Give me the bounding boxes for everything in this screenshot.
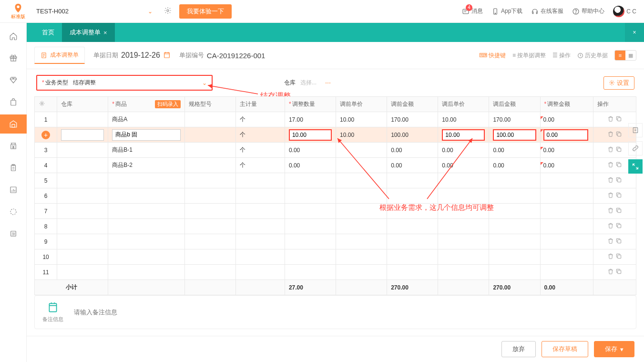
copy-row-icon[interactable] bbox=[615, 132, 622, 139]
calendar-icon[interactable] bbox=[163, 51, 171, 60]
chevron-down-icon: ⌄ bbox=[202, 80, 207, 86]
col-pre-price: 调前单价 bbox=[336, 97, 387, 112]
copy-row-icon[interactable] bbox=[615, 178, 622, 185]
customer-service-button[interactable]: 在线客服 bbox=[531, 7, 563, 15]
delete-row-icon[interactable] bbox=[607, 224, 614, 230]
copy-row-icon[interactable] bbox=[615, 117, 622, 124]
delete-row-icon[interactable] bbox=[607, 178, 614, 185]
copy-row-icon[interactable] bbox=[615, 269, 622, 276]
adj-amt-input[interactable] bbox=[543, 129, 588, 141]
table-row[interactable]: 1商品A个17.0010.00170.0010.00170.000.00 bbox=[35, 112, 636, 127]
nav-report-icon[interactable] bbox=[0, 180, 27, 199]
delete-row-icon[interactable] bbox=[607, 269, 614, 276]
col-settings-icon[interactable] bbox=[35, 97, 57, 112]
svg-point-14 bbox=[10, 209, 16, 215]
tab-home[interactable]: 首页 bbox=[34, 23, 62, 42]
svg-rect-26 bbox=[618, 164, 621, 167]
table-row[interactable]: 6 bbox=[35, 188, 636, 204]
delete-row-icon[interactable] bbox=[607, 239, 614, 246]
svg-rect-24 bbox=[618, 133, 621, 136]
help-center-button[interactable]: 帮助中心 bbox=[572, 7, 604, 15]
rail-link-icon[interactable] bbox=[628, 141, 643, 155]
nav-diamond-icon[interactable] bbox=[0, 71, 27, 90]
copy-row-icon[interactable] bbox=[615, 239, 622, 246]
svg-rect-27 bbox=[618, 179, 621, 182]
tab-close-icon[interactable]: × bbox=[103, 29, 107, 36]
table-row[interactable]: 3商品B-1个0.000.000.000.000.00 bbox=[35, 143, 636, 158]
nav-bag-icon[interactable] bbox=[0, 93, 27, 112]
delete-row-icon[interactable] bbox=[607, 132, 614, 139]
delete-row-icon[interactable] bbox=[607, 193, 614, 200]
rail-expand-icon[interactable] bbox=[628, 159, 643, 174]
app-download-button[interactable]: App下载 bbox=[491, 7, 522, 15]
discard-button[interactable]: 放弃 bbox=[501, 341, 536, 357]
table-row[interactable]: 11 bbox=[35, 265, 636, 280]
product-input[interactable] bbox=[112, 129, 181, 141]
delete-row-icon[interactable] bbox=[607, 208, 614, 215]
nav-gift-icon[interactable] bbox=[0, 49, 27, 68]
messages-button[interactable]: 4 消息 bbox=[462, 7, 483, 15]
warehouse-input[interactable] bbox=[61, 129, 104, 141]
table-row[interactable]: 8 bbox=[35, 219, 636, 234]
svg-rect-32 bbox=[618, 255, 621, 259]
copy-row-icon[interactable] bbox=[615, 224, 622, 230]
col-warehouse: 仓库 bbox=[57, 97, 108, 112]
post-amt-input[interactable] bbox=[493, 129, 536, 141]
nav-clipboard-icon[interactable] bbox=[0, 158, 27, 177]
table-row[interactable]: +个10.00100.00 bbox=[35, 127, 636, 143]
nav-money-icon[interactable] bbox=[0, 136, 27, 155]
add-row-icon[interactable]: + bbox=[41, 131, 50, 139]
table-row[interactable]: 5 bbox=[35, 173, 636, 188]
nav-new-icon[interactable]: 新 bbox=[0, 224, 27, 243]
table-row[interactable]: 4商品B-2个0.000.000.000.000.00 bbox=[35, 158, 636, 173]
left-sidebar: 新 bbox=[0, 23, 27, 362]
delete-row-icon[interactable] bbox=[607, 147, 614, 154]
qty-input[interactable] bbox=[289, 129, 332, 141]
svg-rect-31 bbox=[618, 240, 621, 243]
save-button[interactable]: 保存▾ bbox=[594, 341, 634, 357]
company-select[interactable]: TEST-H002 ⌄ bbox=[32, 6, 156, 17]
user-menu[interactable]: C C bbox=[613, 6, 636, 17]
nav-warehouse-icon[interactable] bbox=[0, 114, 27, 134]
save-draft-button[interactable]: 保存草稿 bbox=[542, 341, 588, 357]
svg-rect-10 bbox=[12, 124, 15, 127]
svg-rect-25 bbox=[618, 148, 621, 152]
copy-row-icon[interactable] bbox=[615, 193, 622, 200]
copy-row-icon[interactable] bbox=[615, 147, 622, 154]
svg-rect-9 bbox=[10, 100, 16, 105]
trial-button[interactable]: 我要体验一下 bbox=[179, 4, 232, 19]
nav-home-icon[interactable] bbox=[0, 27, 27, 46]
warehouse-select[interactable]: 仓库 选择... ⋯ bbox=[284, 79, 332, 87]
delete-row-icon[interactable] bbox=[607, 117, 614, 124]
by-doc-adjust-button[interactable]: ≡按单据调整 bbox=[512, 52, 546, 60]
table-row[interactable]: 9 bbox=[35, 234, 636, 249]
nav-dashed-circle-icon[interactable] bbox=[0, 202, 27, 221]
delete-row-icon[interactable] bbox=[607, 254, 614, 261]
hotkey-button[interactable]: ⌨快捷键 bbox=[479, 52, 506, 60]
svg-rect-33 bbox=[618, 270, 621, 274]
copy-row-icon[interactable] bbox=[615, 208, 622, 215]
doc-ops-button[interactable]: ☰操作 bbox=[552, 52, 571, 60]
table-row[interactable]: 7 bbox=[35, 204, 636, 219]
company-settings-icon[interactable] bbox=[160, 5, 175, 18]
biz-type-select[interactable]: *业务类型 结存调整 ⌄ bbox=[36, 75, 213, 91]
history-button[interactable]: 历史单据 bbox=[577, 52, 608, 60]
remark-section: 备注信息 bbox=[34, 295, 636, 329]
more-icon[interactable]: ⋯ bbox=[325, 80, 332, 86]
table-row[interactable]: 10 bbox=[35, 249, 636, 265]
copy-row-icon[interactable] bbox=[615, 163, 622, 169]
delete-row-icon[interactable] bbox=[607, 163, 614, 169]
rail-note-icon[interactable] bbox=[628, 123, 643, 137]
footer: 放弃 保存草稿 保存▾ bbox=[27, 336, 644, 362]
view-list-icon[interactable]: ≡ bbox=[615, 51, 625, 60]
company-name: TEST-H002 bbox=[36, 8, 69, 15]
doc-type-tab[interactable]: 成本调整单 bbox=[34, 47, 85, 64]
post-price-input[interactable] bbox=[442, 129, 485, 141]
copy-row-icon[interactable] bbox=[615, 254, 622, 261]
scan-input-tag[interactable]: 扫码录入 bbox=[155, 100, 181, 108]
tab-cost-adjustment[interactable]: 成本调整单 × bbox=[62, 23, 115, 42]
date-value[interactable]: 2019-12-26 bbox=[121, 51, 160, 60]
svg-point-21 bbox=[611, 82, 613, 83]
remark-input[interactable] bbox=[74, 309, 628, 316]
annotation-fields: 根据业务需求，这几个信息均可调整 bbox=[379, 203, 494, 212]
